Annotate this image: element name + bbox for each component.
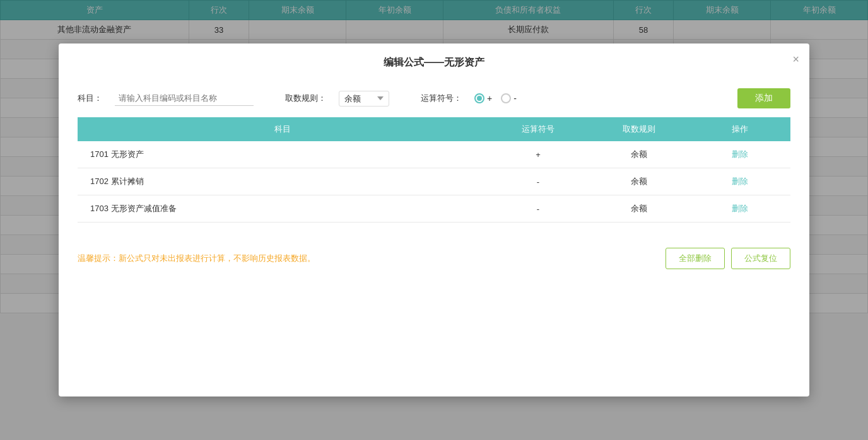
formula-operator: + [488,141,589,168]
formula-action: 删除 [689,195,790,223]
subject-input[interactable] [115,91,254,106]
operator-minus-radio[interactable]: - [501,93,517,103]
th-operator: 运算符号 [488,117,589,141]
modal-overlay: 编辑公式——无形资产 × 科目： 取数规则： 余额 借方 贷方 运算符号： + [0,0,868,440]
tip-text: 温馨提示：新公式只对未出报表进行计算，不影响历史报表数据。 [78,253,315,264]
formula-subject: 1702 累计摊销 [78,168,488,195]
rule-select-wrapper: 余额 借方 贷方 [339,91,389,107]
add-button[interactable]: 添加 [737,88,790,108]
modal-close-button[interactable]: × [792,54,799,65]
form-row: 科目： 取数规则： 余额 借方 贷方 运算符号： + - [59,79,809,117]
formula-action: 删除 [689,168,790,195]
operator-plus-label: + [487,93,492,103]
delete-all-button[interactable]: 全部删除 [666,248,725,269]
footer-buttons: 全部删除 公式复位 [666,248,790,269]
operator-minus-label: - [513,93,517,103]
formula-subject: 1703 无形资产减值准备 [78,195,488,223]
modal-title: 编辑公式——无形资产 [384,57,484,67]
formula-rule: 余额 [589,195,689,223]
delete-row-button[interactable]: 删除 [732,203,748,214]
operator-label: 运算符号： [421,93,462,104]
rule-label: 取数规则： [285,93,326,104]
data-table-wrapper: 科目 运算符号 取数规则 操作 1701 无形资产+余额删除1702 累计摊销-… [78,117,790,223]
formula-row: 1702 累计摊销-余额删除 [78,168,790,195]
operator-plus-radio[interactable]: + [474,93,492,103]
formula-table: 科目 运算符号 取数规则 操作 1701 无形资产+余额删除1702 累计摊销-… [78,117,790,223]
modal-header: 编辑公式——无形资产 × [59,43,809,79]
reset-formula-button[interactable]: 公式复位 [731,248,790,269]
radio-minus-circle [501,93,511,103]
formula-operator: - [488,168,589,195]
formula-rule: 余额 [589,168,689,195]
radio-plus-circle [474,93,484,103]
rule-select[interactable]: 余额 借方 贷方 [339,91,389,107]
modal-footer: 温馨提示：新公式只对未出报表进行计算，不影响历史报表数据。 全部删除 公式复位 [59,235,809,269]
formula-subject: 1701 无形资产 [78,141,488,168]
th-rule: 取数规则 [589,117,689,141]
modal-dialog: 编辑公式——无形资产 × 科目： 取数规则： 余额 借方 贷方 运算符号： + [59,43,809,397]
subject-label: 科目： [78,93,102,104]
formula-row: 1703 无形资产减值准备-余额删除 [78,195,790,223]
th-action: 操作 [689,117,790,141]
formula-row: 1701 无形资产+余额删除 [78,141,790,168]
th-subject: 科目 [78,117,488,141]
delete-row-button[interactable]: 删除 [732,149,748,160]
formula-table-body: 1701 无形资产+余额删除1702 累计摊销-余额删除1703 无形资产减值准… [78,141,790,223]
formula-operator: - [488,195,589,223]
operator-radio-group: + - [474,93,517,103]
formula-table-header: 科目 运算符号 取数规则 操作 [78,117,790,141]
delete-row-button[interactable]: 删除 [732,176,748,187]
formula-action: 删除 [689,141,790,168]
formula-rule: 余额 [589,141,689,168]
